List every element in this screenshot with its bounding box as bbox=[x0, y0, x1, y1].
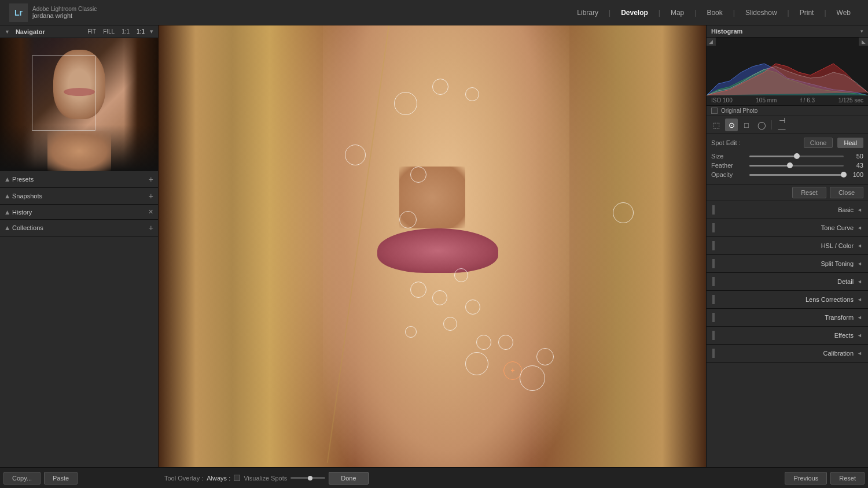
preview-box[interactable] bbox=[32, 56, 95, 131]
nav-tab-develop[interactable]: Develop bbox=[613, 5, 656, 20]
right-section-effects[interactable]: Effects◄ bbox=[707, 327, 868, 345]
spot-removal-tool[interactable]: ⊙ bbox=[725, 119, 738, 131]
iso-value: ISO 100 bbox=[711, 97, 733, 103]
histogram-menu-icon[interactable]: ▾ bbox=[860, 28, 863, 34]
reset-btn[interactable]: Reset bbox=[830, 472, 865, 485]
right-section-sidebar-hsl-color bbox=[712, 241, 715, 250]
right-section-sidebar-detail bbox=[712, 277, 715, 286]
shutter-value: 1/125 sec bbox=[838, 97, 863, 103]
size-slider-thumb[interactable] bbox=[794, 153, 800, 159]
right-section-sidebar-split-toning bbox=[712, 259, 715, 268]
visualize-spots-slider[interactable] bbox=[290, 477, 325, 479]
right-section-lens-corrections[interactable]: Lens Corrections◄ bbox=[707, 291, 868, 309]
spot-edit-label: Spot Edit : bbox=[711, 139, 799, 146]
nav-tab-slideshow[interactable]: Slideshow bbox=[737, 5, 785, 20]
right-section-basic[interactable]: Basic◄ bbox=[707, 201, 868, 219]
section-history-header[interactable]: ▶ History ✕ bbox=[0, 205, 158, 219]
nav-tab-web[interactable]: Web bbox=[829, 5, 859, 20]
opacity-slider-thumb[interactable] bbox=[841, 172, 847, 178]
nav-tab-book[interactable]: Book bbox=[698, 5, 730, 20]
section-presets-header[interactable]: ▶ Presets + bbox=[0, 171, 158, 187]
photo-container[interactable] bbox=[159, 25, 706, 467]
svg-text:◣: ◣ bbox=[862, 39, 866, 45]
visualize-spots-checkbox[interactable] bbox=[234, 475, 240, 481]
section-history: ▶ History ✕ bbox=[0, 205, 158, 220]
zoom-1-1b[interactable]: 1:1 bbox=[135, 28, 146, 35]
history-arrow: ▶ bbox=[4, 210, 10, 214]
original-photo-checkbox[interactable] bbox=[711, 108, 718, 114]
navigator-preview bbox=[0, 38, 159, 171]
heal-btn[interactable]: Heal bbox=[837, 138, 863, 148]
nav-tab-print[interactable]: Print bbox=[792, 5, 822, 20]
nav-separator: | bbox=[732, 5, 736, 20]
right-section-transform[interactable]: Transform◄ bbox=[707, 309, 868, 327]
app-name: Adobe Lightroom Classic bbox=[32, 6, 97, 12]
right-section-calibration[interactable]: Calibration◄ bbox=[707, 345, 868, 363]
zoom-fill[interactable]: FILL bbox=[101, 28, 116, 35]
right-section-arrow-basic: ◄ bbox=[857, 207, 862, 213]
nav-tab-map[interactable]: Map bbox=[663, 5, 692, 20]
opacity-slider-track[interactable] bbox=[749, 174, 844, 176]
history-clear[interactable]: ✕ bbox=[148, 208, 153, 216]
navigator-title: Navigator bbox=[16, 28, 82, 35]
right-section-detail[interactable]: Detail◄ bbox=[707, 273, 868, 291]
snapshots-add[interactable]: + bbox=[149, 191, 153, 201]
right-section-split-toning[interactable]: Split Toning◄ bbox=[707, 255, 868, 273]
tool-overlay-value[interactable]: Always : bbox=[207, 475, 230, 482]
copy-btn[interactable]: Copy... bbox=[3, 472, 41, 485]
aperture-value: f / 6.3 bbox=[800, 97, 815, 103]
nav-tab-library[interactable]: Library bbox=[569, 5, 606, 20]
size-slider-track[interactable] bbox=[749, 156, 844, 157]
right-section-title-hsl-color: HSL / Color bbox=[719, 242, 854, 249]
section-collections-header[interactable]: ▶ Collections + bbox=[0, 220, 158, 236]
previous-btn[interactable]: Previous bbox=[785, 472, 827, 485]
left-sections: ▶ Presets + ▶ Snapshots + ▶ History ✕ bbox=[0, 171, 158, 236]
zoom-fit[interactable]: FIT bbox=[86, 28, 98, 35]
right-section-hsl-color[interactable]: HSL / Color◄ bbox=[707, 237, 868, 255]
range-tool[interactable]: ⊣— bbox=[775, 119, 788, 131]
navigator-collapse-arrow[interactable]: ▼ bbox=[5, 29, 10, 35]
section-collections: ▶ Collections + bbox=[0, 220, 158, 236]
tool-overlay-label: Tool Overlay : bbox=[164, 475, 203, 482]
snapshots-title: Snapshots bbox=[12, 193, 149, 199]
histogram-container: ◢ ◣ bbox=[707, 38, 868, 95]
opacity-label: Opacity bbox=[711, 171, 746, 178]
done-btn[interactable]: Done bbox=[329, 472, 368, 485]
presets-add[interactable]: + bbox=[149, 175, 153, 184]
right-section-title-basic: Basic bbox=[719, 206, 854, 213]
right-section-arrow-transform: ◄ bbox=[857, 315, 862, 320]
right-section-sidebar-transform bbox=[712, 313, 715, 322]
hair-right bbox=[487, 25, 706, 467]
feather-slider-track[interactable] bbox=[749, 165, 844, 167]
focal-value: 105 mm bbox=[756, 97, 777, 103]
close-spot-btn[interactable]: Close bbox=[830, 187, 863, 198]
size-label: Size bbox=[711, 153, 746, 160]
spot-edit-header: Spot Edit : Clone Heal bbox=[711, 138, 863, 148]
clone-btn[interactable]: Clone bbox=[804, 138, 833, 148]
zoom-menu-icon[interactable]: ▾ bbox=[150, 28, 153, 35]
paste-btn[interactable]: Paste bbox=[44, 472, 78, 485]
bottom-left: Copy... Paste bbox=[0, 472, 159, 485]
right-section-tone-curve[interactable]: Tone Curve◄ bbox=[707, 219, 868, 237]
right-section-arrow-tone-curve: ◄ bbox=[857, 225, 862, 231]
graduated-filter-tool[interactable]: ◯ bbox=[755, 119, 768, 131]
reset-spot-btn[interactable]: Reset bbox=[792, 187, 826, 198]
collections-add[interactable]: + bbox=[149, 223, 153, 232]
opacity-slider-row: Opacity 100 bbox=[711, 171, 863, 178]
section-snapshots-header[interactable]: ▶ Snapshots + bbox=[0, 188, 158, 204]
right-section-arrow-split-toning: ◄ bbox=[857, 261, 862, 267]
feather-slider-row: Feather 43 bbox=[711, 162, 863, 169]
snapshots-arrow: ▶ bbox=[4, 194, 10, 198]
right-section-title-detail: Detail bbox=[719, 278, 854, 285]
section-presets: ▶ Presets + bbox=[0, 171, 158, 188]
right-section-arrow-hsl-color: ◄ bbox=[857, 243, 862, 249]
crop-tool[interactable]: ⬚ bbox=[710, 119, 723, 131]
visualize-spots-slider-thumb[interactable] bbox=[308, 476, 312, 480]
right-section-arrow-calibration: ◄ bbox=[857, 350, 862, 356]
zoom-1-1a[interactable]: 1:1 bbox=[120, 28, 131, 35]
right-section-title-transform: Transform bbox=[719, 314, 854, 321]
redeye-tool[interactable]: □ bbox=[740, 119, 753, 131]
histogram-svg: ◢ ◣ bbox=[707, 38, 868, 95]
spot-edit-area: Spot Edit : Clone Heal Size 50 Feather bbox=[707, 134, 868, 184]
feather-slider-thumb[interactable] bbox=[787, 162, 793, 168]
